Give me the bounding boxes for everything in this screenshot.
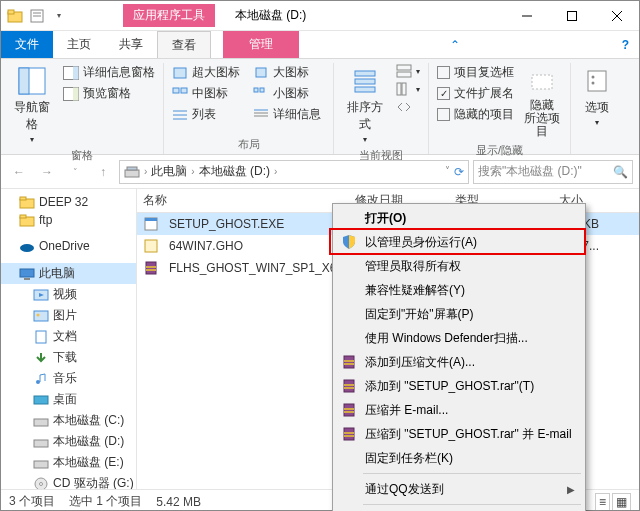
menu-file[interactable]: 文件 [1, 31, 53, 58]
context-menu-item[interactable]: 压缩并 E-mail... [335, 398, 583, 422]
chevron-right-icon[interactable]: › [144, 166, 147, 177]
maximize-button[interactable] [549, 1, 594, 31]
context-menu-label: 添加到 "SETUP_GHOST.rar"(T) [365, 378, 534, 395]
context-menu-separator [363, 504, 581, 505]
sidebar-item[interactable]: 此电脑 [1, 263, 136, 284]
groupby-button[interactable]: ▾ [394, 63, 422, 79]
chk-hidden[interactable]: 隐藏的项目 [435, 105, 516, 124]
sidebar-item-label: 音乐 [53, 370, 77, 387]
sidebar-item[interactable]: ftp [1, 211, 136, 229]
minimize-button[interactable] [504, 1, 549, 31]
view-details-icon[interactable]: ≡ [595, 493, 610, 511]
svg-rect-28 [355, 79, 375, 84]
window-title: 本地磁盘 (D:) [235, 7, 306, 24]
properties-icon[interactable] [29, 8, 45, 24]
menu-home[interactable]: 主页 [53, 31, 105, 58]
crumb-pc[interactable]: 此电脑 [151, 163, 187, 180]
sidebar-item[interactable]: 视频 [1, 284, 136, 305]
col-name[interactable]: 名称 [137, 192, 349, 209]
context-menu: 打开(O)以管理员身份运行(A)管理员取得所有权兼容性疑难解答(Y)固定到"开始… [332, 203, 586, 511]
ribbon-group-layout: 超大图标 中图标 列表 大图标 小图标 详细信息 布局 [164, 63, 334, 154]
context-menu-item[interactable]: 使用 Windows Defender扫描... [335, 326, 583, 350]
layout-s-button[interactable]: 小图标 [251, 84, 328, 103]
context-menu-item[interactable]: 管理员取得所有权 [335, 254, 583, 278]
layout-m-button[interactable]: 中图标 [170, 84, 247, 103]
sidebar-item[interactable]: 桌面 [1, 389, 136, 410]
sidebar-item[interactable]: 文档 [1, 326, 136, 347]
sizecol-button[interactable] [394, 99, 422, 115]
rar-icon [341, 378, 357, 394]
context-menu-item[interactable]: 压缩到 "SETUP_GHOST.rar" 并 E-mail [335, 422, 583, 446]
context-menu-item[interactable]: 打开(O) [335, 206, 583, 230]
addcol-button[interactable]: ▾ [394, 81, 422, 97]
context-menu-item[interactable]: 以管理员身份运行(A) [335, 230, 583, 254]
svg-rect-43 [20, 215, 26, 218]
context-menu-separator [363, 473, 581, 474]
status-selection: 选中 1 个项目 [69, 493, 142, 510]
chk-itemcheckbox[interactable]: 项目复选框 [435, 63, 516, 82]
options-button[interactable]: 选项 ▾ [577, 63, 617, 129]
svg-rect-29 [355, 87, 375, 92]
preview-pane-button[interactable]: 预览窗格 [61, 84, 157, 103]
qat-dropdown-icon[interactable]: ▾ [51, 8, 67, 24]
chk-extensions[interactable]: ✓文件扩展名 [435, 84, 516, 103]
menu-share[interactable]: 共享 [105, 31, 157, 58]
layout-xl-button[interactable]: 超大图标 [170, 63, 247, 82]
layout-list-button[interactable]: 列表 [170, 105, 247, 124]
close-button[interactable] [594, 1, 639, 31]
up-button[interactable]: ↑ [91, 160, 115, 184]
sidebar-item[interactable]: 音乐 [1, 368, 136, 389]
sidebar-item-label: DEEP 32 [39, 195, 88, 209]
drive-icon [33, 456, 49, 470]
quick-access-toolbar: ▾ [1, 8, 73, 24]
sidebar-item-label: 本地磁盘 (C:) [53, 412, 124, 429]
sidebar-item[interactable]: CD 驱动器 (G:) [1, 473, 136, 489]
recent-dropdown[interactable]: ˅ [63, 160, 87, 184]
sort-button[interactable]: 排序方式 ▾ [340, 63, 390, 146]
title-center: 应用程序工具 本地磁盘 (D:) [123, 4, 306, 27]
drive-icon [124, 165, 140, 179]
svg-rect-35 [588, 71, 606, 91]
sidebar-item[interactable]: 图片 [1, 305, 136, 326]
chevron-right-icon[interactable]: › [191, 166, 194, 177]
svg-rect-21 [256, 68, 266, 77]
sidebar-item[interactable]: OneDrive [1, 237, 136, 255]
context-menu-item[interactable]: 固定到"开始"屏幕(P) [335, 302, 583, 326]
sidebar-item[interactable]: DEEP 32 [1, 193, 136, 211]
chevron-right-icon: ▶ [567, 484, 575, 495]
details-pane-button[interactable]: 详细信息窗格 [61, 63, 157, 82]
help-icon[interactable]: ? [612, 31, 639, 58]
sidebar-item[interactable]: 本地磁盘 (D:) [1, 431, 136, 452]
menu-view[interactable]: 查看 [157, 31, 211, 58]
back-button[interactable]: ← [7, 160, 31, 184]
status-size: 5.42 MB [156, 495, 201, 509]
breadcrumb-dropdown-icon[interactable]: ˅ [445, 165, 450, 179]
context-menu-item[interactable]: 通过QQ发送到▶ [335, 477, 583, 501]
refresh-icon[interactable]: ⟳ [454, 165, 464, 179]
layout-details-button[interactable]: 详细信息 [251, 105, 328, 124]
context-menu-item[interactable]: 添加到压缩文件(A)... [335, 350, 583, 374]
drive-icon [33, 435, 49, 449]
forward-button[interactable]: → [35, 160, 59, 184]
sidebar-item[interactable]: 本地磁盘 (E:) [1, 452, 136, 473]
nav-pane-button[interactable]: 导航窗格 ▾ [7, 63, 57, 146]
chevron-right-icon[interactable]: › [274, 166, 277, 177]
sidebar-item[interactable]: 下载 [1, 347, 136, 368]
context-menu-label: 兼容性疑难解答(Y) [365, 282, 465, 299]
sidebar-item[interactable]: 本地磁盘 (C:) [1, 410, 136, 431]
svg-rect-69 [344, 363, 354, 365]
context-menu-item[interactable]: 固定到任务栏(K) [335, 446, 583, 470]
breadcrumb[interactable]: › 此电脑 › 本地磁盘 (D:) › ˅ ⟳ [119, 160, 469, 184]
context-menu-item[interactable]: 兼容性疑难解答(Y) [335, 278, 583, 302]
nav-sidebar: DEEP 32ftpOneDrive此电脑视频图片文档下载音乐桌面本地磁盘 (C… [1, 189, 137, 489]
view-large-icon[interactable]: ▦ [612, 493, 631, 511]
svg-point-44 [20, 244, 34, 252]
ribbon-collapse-icon[interactable]: ⌃ [440, 31, 470, 58]
crumb-drive[interactable]: 本地磁盘 (D:) [199, 163, 270, 180]
menu-manage[interactable]: 管理 [223, 31, 299, 58]
layout-l-button[interactable]: 大图标 [251, 63, 328, 82]
context-menu-label: 固定到任务栏(K) [365, 450, 453, 467]
hide-selected-button[interactable]: 隐藏 所选项目 [520, 63, 564, 141]
context-menu-item[interactable]: 添加到 "SETUP_GHOST.rar"(T) [335, 374, 583, 398]
search-box[interactable]: 搜索"本地磁盘 (D:)" 🔍 [473, 160, 633, 184]
